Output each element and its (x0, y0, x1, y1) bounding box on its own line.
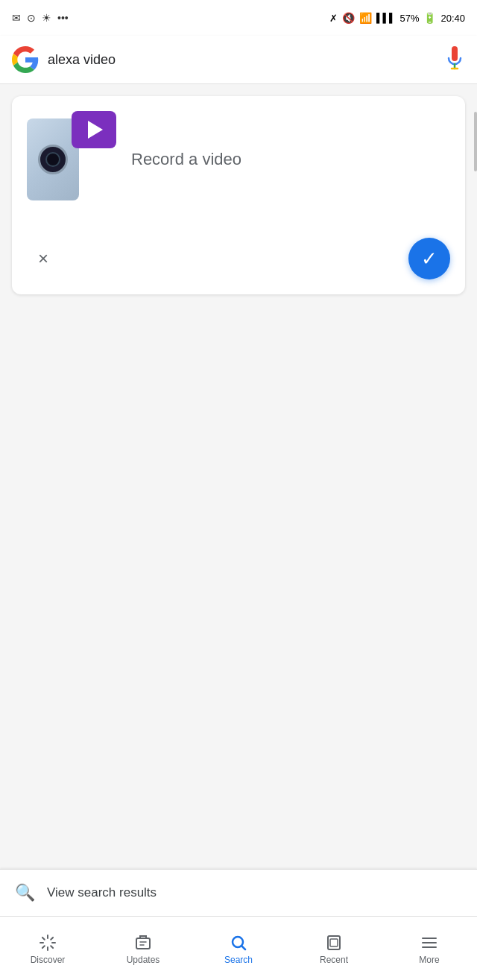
nav-label-updates: Updates (127, 955, 160, 965)
search-input[interactable] (48, 52, 435, 68)
battery-text: 57% (399, 13, 419, 24)
svg-line-10 (42, 946, 45, 948)
google-logo (12, 46, 39, 73)
search-results-text: View search results (47, 885, 157, 900)
check-icon: ✓ (421, 249, 437, 268)
more-dots-icon: ••• (57, 12, 69, 24)
battery-icon: 🔋 (423, 12, 436, 24)
brightness-icon: ☀ (42, 12, 51, 24)
svg-rect-0 (452, 46, 458, 61)
close-icon: × (38, 250, 48, 268)
recent-icon (325, 934, 343, 952)
svg-line-7 (42, 937, 45, 939)
camera-lens-inner (45, 152, 60, 167)
more-icon (420, 934, 438, 952)
nav-label-recent: Recent (320, 955, 348, 965)
video-camera-icon (27, 111, 116, 208)
nav-label-more: More (419, 955, 439, 965)
play-triangle-icon (88, 121, 103, 139)
bluetooth-icon: ✗ (329, 13, 338, 24)
search-bar (0, 36, 477, 84)
close-button[interactable]: × (27, 242, 60, 275)
status-bar-right: ✗ 🔇 📶 ▌▌▌ 57% 🔋 20:40 (329, 12, 465, 24)
card-title: Record a video (131, 150, 241, 169)
nav-item-discover[interactable]: Discover (0, 926, 95, 965)
search-results-bar[interactable]: 🔍 View search results (0, 869, 477, 916)
card-bottom: × ✓ (27, 230, 450, 279)
mute-icon: 🔇 (342, 12, 355, 24)
nav-item-more[interactable]: More (382, 926, 477, 965)
nav-item-recent[interactable]: Recent (286, 926, 382, 965)
record-video-card: Record a video × ✓ (12, 96, 465, 294)
alarm-icon: ⊙ (27, 12, 36, 24)
nav-label-search: Search (224, 955, 253, 965)
play-badge (72, 111, 116, 148)
svg-line-9 (51, 937, 53, 939)
wifi-icon: 📶 (359, 12, 372, 24)
microphone-icon[interactable] (444, 45, 465, 75)
nav-item-search[interactable]: Search (191, 926, 286, 965)
time-display: 20:40 (440, 13, 465, 24)
signal-icon: ▌▌▌ (376, 13, 396, 23)
discover-icon (39, 934, 57, 952)
svg-line-8 (51, 946, 53, 948)
bottom-nav: Discover Updates Search Recent More (0, 916, 477, 980)
status-bar-left: ✉ ⊙ ☀ ••• (12, 12, 69, 24)
confirm-button[interactable]: ✓ (408, 238, 450, 279)
mail-icon: ✉ (12, 12, 21, 24)
search-results-icon: 🔍 (15, 883, 35, 902)
camera-lens (38, 145, 68, 174)
svg-rect-11 (136, 938, 150, 949)
nav-label-discover: Discover (31, 955, 66, 965)
svg-line-15 (242, 946, 246, 949)
main-content: Record a video × ✓ (0, 84, 477, 755)
nav-item-updates[interactable]: Updates (95, 926, 191, 965)
search-icon (230, 934, 247, 952)
updates-icon (134, 934, 152, 952)
svg-rect-17 (330, 939, 338, 946)
card-top: Record a video (27, 111, 450, 230)
scrollbar[interactable] (474, 112, 477, 171)
status-bar: ✉ ⊙ ☀ ••• ✗ 🔇 📶 ▌▌▌ 57% 🔋 20:40 (0, 0, 477, 36)
